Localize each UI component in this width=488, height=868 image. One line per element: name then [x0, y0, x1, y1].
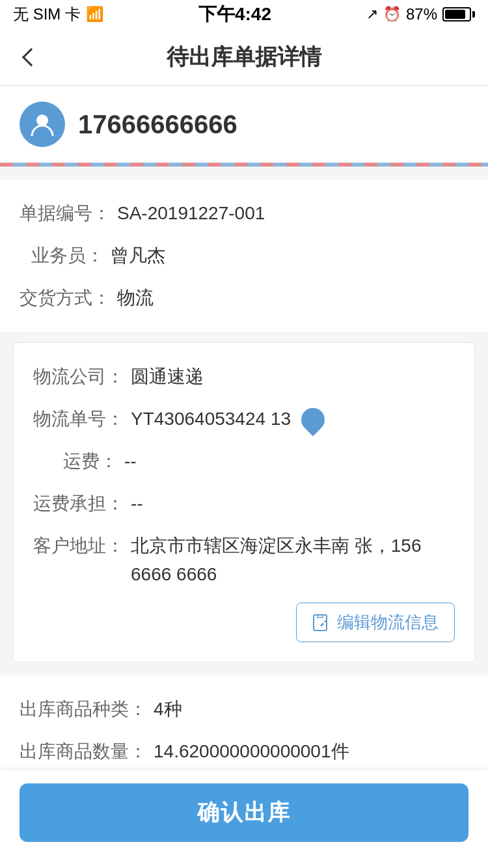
- address-label: 客户地址：: [33, 532, 124, 561]
- carrier-text: 无 SIM 卡: [13, 4, 81, 25]
- order-no-value: SA-20191227-001: [117, 199, 468, 228]
- edit-logistics-button[interactable]: 编辑物流信息: [296, 603, 455, 642]
- edit-btn-row: 编辑物流信息: [33, 603, 455, 642]
- user-icon: [29, 111, 55, 137]
- tracking-row: 物流单号： YT43064053424 13: [33, 405, 455, 434]
- bottom-bar: 确认出库: [0, 770, 488, 868]
- back-button[interactable]: [0, 29, 52, 86]
- freight-bear-value: --: [131, 489, 455, 519]
- freight-bear-row: 运费承担： --: [33, 489, 455, 519]
- logistics-section: 物流公司： 圆通速递 物流单号： YT43064053424 13 运费： --…: [13, 342, 475, 662]
- address-row: 客户地址： 北京市市辖区海淀区永丰南 张，156 6666 6666: [33, 532, 455, 590]
- order-no-label: 单据编号：: [20, 199, 111, 228]
- alarm-icon: ⏰: [383, 6, 401, 23]
- status-left: 无 SIM 卡 📶: [13, 4, 103, 25]
- page-title: 待出库单据详情: [167, 42, 321, 72]
- location-status-icon: ↗: [366, 6, 378, 23]
- tracking-label: 物流单号：: [33, 405, 124, 434]
- avatar: [20, 102, 65, 147]
- goods-quantity-row: 出库商品数量： 14.620000000000001件: [20, 737, 468, 766]
- goods-quantity-value: 14.620000000000001件: [154, 737, 468, 766]
- goods-quantity-label: 出库商品数量：: [20, 737, 147, 766]
- back-chevron-icon: [22, 47, 40, 66]
- logistics-company-value: 圆通速递: [131, 362, 455, 392]
- goods-types-row: 出库商品种类： 4种: [20, 695, 468, 724]
- freight-bear-label: 运费承担：: [33, 489, 124, 519]
- battery-indicator: [442, 7, 475, 21]
- goods-types-label: 出库商品种类：: [20, 695, 147, 724]
- logistics-company-row: 物流公司： 圆通速递: [33, 362, 455, 392]
- salesman-row: 业务员： 曾凡杰: [20, 241, 468, 271]
- status-bar: 无 SIM 卡 📶 下午4:42 ↗ ⏰ 87%: [0, 0, 488, 29]
- tracking-value: YT43064053424 13: [131, 405, 291, 434]
- status-time: 下午4:42: [198, 2, 271, 27]
- edit-logistics-label: 编辑物流信息: [337, 611, 439, 634]
- tracking-value-row: YT43064053424 13: [131, 405, 455, 434]
- freight-label: 运费：: [33, 447, 118, 476]
- customer-phone: 17666666666: [78, 110, 237, 139]
- status-right: ↗ ⏰ 87%: [366, 5, 475, 23]
- delivery-method-label: 交货方式：: [20, 284, 111, 313]
- delivery-method-value: 物流: [117, 284, 468, 313]
- delivery-method-row: 交货方式： 物流: [20, 284, 468, 313]
- salesman-label: 业务员：: [20, 241, 104, 271]
- order-no-row: 单据编号： SA-20191227-001: [20, 199, 468, 228]
- order-info-section: 单据编号： SA-20191227-001 业务员： 曾凡杰 交货方式： 物流: [0, 180, 488, 332]
- logistics-company-label: 物流公司：: [33, 362, 124, 392]
- battery-text: 87%: [406, 5, 437, 23]
- svg-point-0: [36, 115, 48, 126]
- edit-icon: [312, 614, 331, 632]
- salesman-value: 曾凡杰: [111, 241, 468, 271]
- location-icon[interactable]: [297, 403, 330, 436]
- nav-bar: 待出库单据详情: [0, 29, 488, 86]
- customer-header: 17666666666: [0, 86, 488, 163]
- confirm-outbound-button[interactable]: 确认出库: [20, 783, 468, 842]
- goods-types-value: 4种: [154, 695, 468, 724]
- wifi-icon: 📶: [86, 6, 103, 23]
- freight-value: --: [124, 447, 455, 476]
- dashed-divider: [0, 163, 488, 167]
- freight-row: 运费： --: [33, 447, 455, 476]
- address-value: 北京市市辖区海淀区永丰南 张，156 6666 6666: [131, 532, 455, 590]
